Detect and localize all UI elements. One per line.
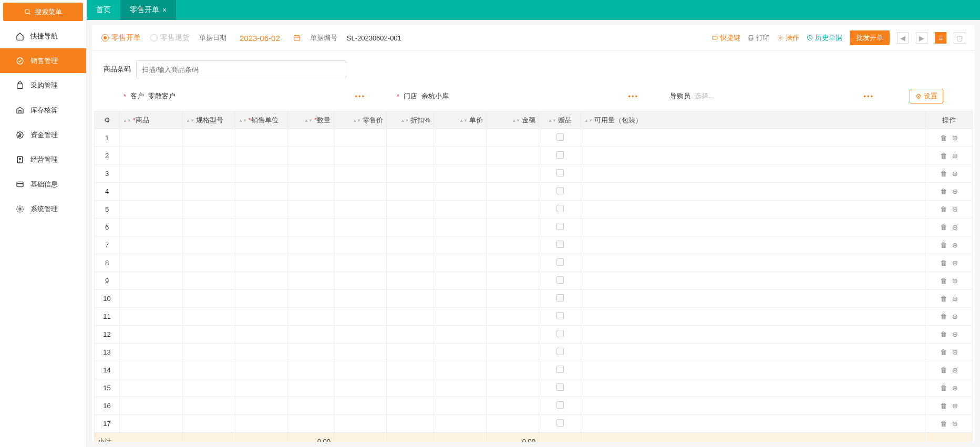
col-qty[interactable]: ▲▼*数量 bbox=[288, 111, 334, 129]
tab-retail-order[interactable]: 零售开单× bbox=[120, 0, 176, 20]
barcode-input[interactable] bbox=[136, 60, 346, 78]
customer-picker[interactable]: ••• bbox=[355, 92, 397, 100]
delete-icon[interactable]: 🗑 bbox=[940, 241, 947, 249]
table-row[interactable]: 6🗑⊕ bbox=[95, 219, 973, 236]
delete-icon[interactable]: 🗑 bbox=[940, 330, 947, 338]
gift-checkbox[interactable] bbox=[556, 258, 564, 266]
delete-icon[interactable]: 🗑 bbox=[940, 313, 947, 320]
table-row[interactable]: 11🗑⊕ bbox=[95, 308, 973, 326]
search-menu-button[interactable]: 搜索菜单 bbox=[3, 3, 83, 21]
history-button[interactable]: 历史单据 bbox=[807, 33, 842, 43]
sidebar-item-2[interactable]: 采购管理 bbox=[0, 73, 86, 98]
table-row[interactable]: 7🗑⊕ bbox=[95, 236, 973, 254]
gift-checkbox[interactable] bbox=[556, 169, 564, 176]
col-unit[interactable]: ▲▼*销售单位 bbox=[235, 111, 288, 129]
layout-button[interactable]: ▢ bbox=[954, 32, 965, 44]
gift-checkbox[interactable] bbox=[556, 330, 564, 337]
add-icon[interactable]: ⊕ bbox=[952, 170, 958, 178]
delete-icon[interactable]: 🗑 bbox=[940, 134, 947, 142]
shortcut-button[interactable]: 快捷键 bbox=[711, 33, 740, 43]
bulk-order-button[interactable]: 批发开单 bbox=[850, 30, 890, 45]
sidebar-item-4[interactable]: 资金管理 bbox=[0, 122, 86, 147]
delete-icon[interactable]: 🗑 bbox=[940, 205, 947, 213]
add-icon[interactable]: ⊕ bbox=[952, 384, 958, 392]
gift-checkbox[interactable] bbox=[556, 133, 564, 141]
table-row[interactable]: 13🗑⊕ bbox=[95, 344, 973, 361]
delete-icon[interactable]: 🗑 bbox=[940, 223, 947, 231]
gift-checkbox[interactable] bbox=[556, 348, 564, 355]
add-icon[interactable]: ⊕ bbox=[952, 152, 958, 160]
guide-picker[interactable]: ••• bbox=[863, 92, 905, 100]
delete-icon[interactable]: 🗑 bbox=[940, 277, 947, 285]
delete-icon[interactable]: 🗑 bbox=[940, 152, 947, 160]
store-picker[interactable]: ••• bbox=[628, 92, 670, 100]
radio-retail-order[interactable]: 零售开单 bbox=[101, 33, 141, 43]
delete-icon[interactable]: 🗑 bbox=[940, 402, 947, 410]
customer-value[interactable]: 零散客户 bbox=[148, 91, 211, 101]
col-product[interactable]: ▲▼*商品 bbox=[120, 111, 183, 129]
add-icon[interactable]: ⊕ bbox=[952, 134, 958, 142]
table-row[interactable]: 16🗑⊕ bbox=[95, 397, 973, 415]
sidebar-item-5[interactable]: 经营管理 bbox=[0, 147, 86, 172]
add-icon[interactable]: ⊕ bbox=[952, 277, 958, 285]
delete-icon[interactable]: 🗑 bbox=[940, 170, 947, 178]
close-icon[interactable]: × bbox=[162, 6, 167, 14]
gift-checkbox[interactable] bbox=[556, 383, 564, 391]
col-spec[interactable]: ▲▼规格型号 bbox=[183, 111, 235, 129]
delete-icon[interactable]: 🗑 bbox=[940, 420, 947, 428]
gift-checkbox[interactable] bbox=[556, 241, 564, 248]
col-stock[interactable]: ▲▼可用量（包装） bbox=[581, 111, 925, 129]
table-row[interactable]: 14🗑⊕ bbox=[95, 361, 973, 379]
add-icon[interactable]: ⊕ bbox=[952, 259, 958, 267]
list-button[interactable]: ≡ bbox=[935, 32, 946, 44]
gift-checkbox[interactable] bbox=[556, 401, 564, 409]
sidebar-item-0[interactable]: 快捷导航 bbox=[0, 24, 86, 48]
gift-checkbox[interactable] bbox=[556, 419, 564, 427]
delete-icon[interactable]: 🗑 bbox=[940, 384, 947, 392]
print-button[interactable]: 打印 bbox=[748, 33, 770, 43]
delete-icon[interactable]: 🗑 bbox=[940, 259, 947, 267]
date-value[interactable]: 2023-06-02 bbox=[236, 32, 284, 45]
table-row[interactable]: 4🗑⊕ bbox=[95, 183, 973, 201]
add-icon[interactable]: ⊕ bbox=[952, 330, 958, 338]
gift-checkbox[interactable] bbox=[556, 312, 564, 319]
col-unitprice[interactable]: ▲▼单价 bbox=[434, 111, 487, 129]
action-button[interactable]: 操作 bbox=[777, 33, 799, 43]
col-gift[interactable]: ▲▼赠品 bbox=[539, 111, 581, 129]
gift-checkbox[interactable] bbox=[556, 366, 564, 373]
table-row[interactable]: 15🗑⊕ bbox=[95, 379, 973, 397]
gift-checkbox[interactable] bbox=[556, 205, 564, 212]
add-icon[interactable]: ⊕ bbox=[952, 223, 958, 231]
delete-icon[interactable]: 🗑 bbox=[940, 188, 947, 195]
col-gear[interactable]: ⚙ bbox=[95, 111, 120, 129]
add-icon[interactable]: ⊕ bbox=[952, 420, 958, 428]
prev-button[interactable]: ◀ bbox=[897, 32, 909, 44]
table-row[interactable]: 9🗑⊕ bbox=[95, 272, 973, 290]
add-icon[interactable]: ⊕ bbox=[952, 402, 958, 410]
table-row[interactable]: 10🗑⊕ bbox=[95, 290, 973, 308]
add-icon[interactable]: ⊕ bbox=[952, 205, 958, 213]
radio-retail-return[interactable]: 零售退货 bbox=[150, 33, 190, 43]
add-icon[interactable]: ⊕ bbox=[952, 241, 958, 249]
gift-checkbox[interactable] bbox=[556, 294, 564, 302]
sidebar-item-1[interactable]: 销售管理 bbox=[0, 48, 86, 73]
tab-home[interactable]: 首页 bbox=[87, 0, 120, 20]
gift-checkbox[interactable] bbox=[556, 187, 564, 194]
gift-checkbox[interactable] bbox=[556, 276, 564, 284]
calendar-icon[interactable] bbox=[293, 34, 301, 41]
add-icon[interactable]: ⊕ bbox=[952, 313, 958, 320]
table-row[interactable]: 12🗑⊕ bbox=[95, 326, 973, 344]
col-discount[interactable]: ▲▼折扣% bbox=[387, 111, 434, 129]
sidebar-item-3[interactable]: 库存核算 bbox=[0, 98, 86, 122]
table-row[interactable]: 1🗑⊕ bbox=[95, 129, 973, 147]
delete-icon[interactable]: 🗑 bbox=[940, 348, 947, 356]
settings-button[interactable]: ⚙ 设置 bbox=[910, 89, 943, 103]
table-row[interactable]: 17🗑⊕ bbox=[95, 415, 973, 433]
add-icon[interactable]: ⊕ bbox=[952, 348, 958, 356]
table-row[interactable]: 5🗑⊕ bbox=[95, 201, 973, 219]
next-button[interactable]: ▶ bbox=[916, 32, 927, 44]
guide-value[interactable]: 选择... bbox=[695, 91, 758, 101]
add-icon[interactable]: ⊕ bbox=[952, 295, 958, 303]
table-row[interactable]: 3🗑⊕ bbox=[95, 165, 973, 183]
table-row[interactable]: 2🗑⊕ bbox=[95, 147, 973, 165]
